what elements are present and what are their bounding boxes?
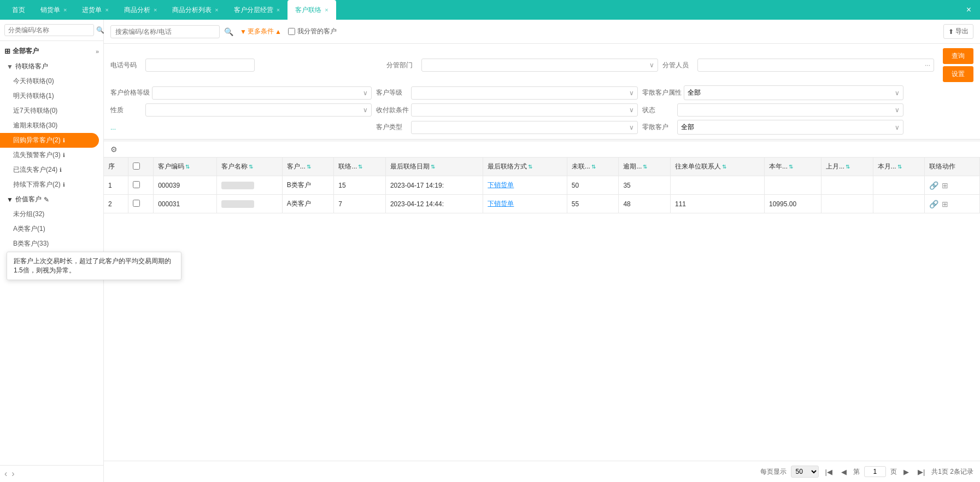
sort-icon-lm[interactable]: ⇅: [846, 164, 850, 170]
row-2-checkbox[interactable]: [133, 200, 140, 207]
gender-select[interactable]: ∨: [145, 103, 372, 117]
retail-attr-select[interactable]: 全部 ∨: [684, 85, 903, 100]
sort-icon-un[interactable]: ⇅: [591, 164, 596, 170]
repurchase-abnormal-label: 回购异常客户(2): [13, 136, 61, 145]
all-customers-label: 全部客户: [13, 47, 39, 56]
phone-input[interactable]: [145, 59, 255, 72]
link-icon-1[interactable]: 🔗: [929, 181, 938, 190]
sort-icon-year[interactable]: ⇅: [789, 164, 793, 170]
sort-icon-over[interactable]: ⇅: [643, 164, 647, 170]
payment-select[interactable]: ∨: [411, 103, 637, 117]
sidebar-item-ungroup[interactable]: 未分组(32): [0, 207, 103, 222]
sidebar-all-customers-header[interactable]: ⊞ 全部客户 »: [0, 43, 103, 59]
my-customers-checkbox[interactable]: [288, 28, 295, 35]
sidebar-item-tomorrow[interactable]: 明天待联络(1): [0, 89, 103, 103]
nav-sales-close[interactable]: ×: [63, 7, 67, 13]
sidebar-search-icon[interactable]: 🔍: [96, 26, 104, 34]
grid-icon-2[interactable]: ⊞: [942, 200, 948, 208]
sidebar-next-btn[interactable]: ›: [11, 469, 14, 479]
export-button[interactable]: ⬆ 导出: [943, 24, 973, 39]
sidebar-item-lost-pre[interactable]: 流失预警客户(3) ℹ: [0, 148, 103, 162]
sidebar-prev-btn[interactable]: ‹: [4, 469, 7, 479]
sort-icon-contact[interactable]: ⇅: [358, 164, 362, 170]
nav-customer-contact[interactable]: 客户联络 ×: [287, 0, 336, 20]
window-close-button[interactable]: ×: [962, 5, 976, 15]
table-header-row: 序 客户编码⇅ 客户名称⇅ 客户...⇅ 联络...⇅ 最后联络日期⇅ 最后联络…: [104, 158, 980, 176]
sidebar-bottom: ‹ ›: [0, 465, 103, 482]
more-conditions-btn[interactable]: ▼ 更多条件 ▲: [238, 27, 284, 36]
more-dots-btn[interactable]: ...: [110, 124, 116, 131]
cell-type-2: A类客户: [282, 195, 334, 213]
chevron-up-icon: ▲: [275, 28, 281, 36]
sort-icon-name[interactable]: ⇅: [249, 164, 253, 170]
sort-icon-type[interactable]: ⇅: [307, 164, 311, 170]
collapse-icon[interactable]: »: [96, 48, 99, 55]
select-all-checkbox[interactable]: [133, 162, 140, 170]
customer-type-select[interactable]: ∨: [411, 121, 637, 134]
tooltip-text: 距客户上次交易时长，超过了此客户的平均交易周期的1.5倍，则视为异常。: [104, 257, 171, 274]
sidebar-item-continuous-down[interactable]: 持续下滑客户(2) ℹ: [0, 177, 103, 192]
nav-customer-segment-label: 客户分层经营: [234, 5, 273, 15]
cell-actions-1: 🔗 ⊞: [925, 176, 980, 195]
filter-payment: 收付款条件 ∨: [376, 103, 637, 117]
content-area: 🔍 ▼ 更多条件 ▲ 我分管的客户 ⬆ 导出 电话号码: [104, 20, 980, 482]
settings-button[interactable]: 设置: [943, 66, 973, 82]
cell-contacts-2: 111: [670, 195, 764, 213]
search-input[interactable]: [110, 25, 220, 38]
next-page-btn[interactable]: ▶: [901, 467, 911, 477]
sidebar-item-overdue[interactable]: 逾期未联络(30): [0, 118, 103, 133]
nav-product-list[interactable]: 商品分析列表 ×: [165, 0, 226, 20]
sidebar-value-customer-header[interactable]: ▼ 价值客户 ✎: [0, 192, 103, 207]
last-page-btn[interactable]: ▶|: [916, 467, 927, 477]
current-page-input[interactable]: [864, 466, 886, 477]
sidebar-search-input[interactable]: [4, 24, 94, 36]
nav-sales[interactable]: 销货单 ×: [33, 0, 74, 20]
nav-product-list-label: 商品分析列表: [172, 5, 212, 15]
status-select[interactable]: ∨: [677, 103, 903, 117]
sort-icon-contacts[interactable]: ⇅: [722, 164, 726, 170]
method-link-2[interactable]: 下销货单: [488, 200, 514, 207]
retail-select[interactable]: 全部 ∨: [677, 120, 903, 135]
grade-select[interactable]: ∨: [411, 86, 637, 100]
manager-select[interactable]: ···: [697, 59, 934, 72]
sidebar-item-7days[interactable]: 近7天待联络(0): [0, 103, 103, 118]
nav-product-list-close[interactable]: ×: [215, 7, 218, 13]
nav-purchase-close[interactable]: ×: [105, 7, 108, 13]
class-a-label: A类客户(1): [13, 224, 45, 234]
edit-icon[interactable]: ✎: [44, 196, 49, 204]
query-button[interactable]: 查询: [943, 48, 973, 64]
sidebar-item-today[interactable]: 今天待联络(0): [0, 74, 103, 89]
nav-contact-close[interactable]: ×: [325, 7, 328, 13]
per-page-select[interactable]: 50 20 100: [791, 466, 819, 478]
row-1-checkbox[interactable]: [133, 181, 140, 188]
sort-icon-method[interactable]: ⇅: [528, 164, 532, 170]
grade-label: 客户等级: [376, 88, 409, 97]
col-contact-count: 联络...⇅: [334, 158, 386, 176]
search-icon[interactable]: 🔍: [224, 27, 233, 36]
sidebar-pending-contact-header[interactable]: ▼ 待联络客户: [0, 59, 103, 74]
link-icon-2[interactable]: 🔗: [929, 200, 938, 208]
nav-product-close[interactable]: ×: [154, 7, 157, 13]
sidebar-item-repurchase-abnormal[interactable]: 回购异常客户(2) ℹ: [0, 133, 99, 148]
nav-segment-close[interactable]: ×: [277, 7, 280, 13]
price-grade-select[interactable]: ∨: [152, 86, 372, 100]
nav-product-analysis[interactable]: 商品分析 ×: [116, 0, 165, 20]
sort-icon-tm[interactable]: ⇅: [897, 164, 902, 170]
nav-home[interactable]: 首页: [4, 0, 33, 20]
method-link-1[interactable]: 下销货单: [488, 181, 514, 189]
nav-purchase[interactable]: 进货单 ×: [74, 0, 116, 20]
table-wrapper[interactable]: 序 客户编码⇅ 客户名称⇅ 客户...⇅ 联络...⇅ 最后联络日期⇅ 最后联络…: [104, 158, 980, 461]
sidebar-item-class-a[interactable]: A类客户(1): [0, 222, 103, 236]
nav-customer-segment[interactable]: 客户分层经营 ×: [226, 0, 287, 20]
search-bar: 🔍 ▼ 更多条件 ▲ 我分管的客户 ⬆ 导出: [104, 20, 980, 44]
prev-page-btn[interactable]: ◀: [839, 467, 849, 477]
sidebar-item-class-b[interactable]: B类客户(33): [0, 236, 103, 251]
sort-icon-code[interactable]: ⇅: [185, 164, 190, 170]
sidebar-item-lost[interactable]: 已流失客户(24) ℹ: [0, 162, 103, 177]
col-code: 客户编码⇅: [154, 158, 217, 176]
first-page-btn[interactable]: |◀: [823, 467, 835, 477]
table-settings-icon[interactable]: ⚙: [110, 145, 118, 154]
sort-icon-date[interactable]: ⇅: [431, 164, 435, 170]
dept-select[interactable]: ∨: [421, 59, 658, 72]
grid-icon-1[interactable]: ⊞: [942, 181, 948, 190]
